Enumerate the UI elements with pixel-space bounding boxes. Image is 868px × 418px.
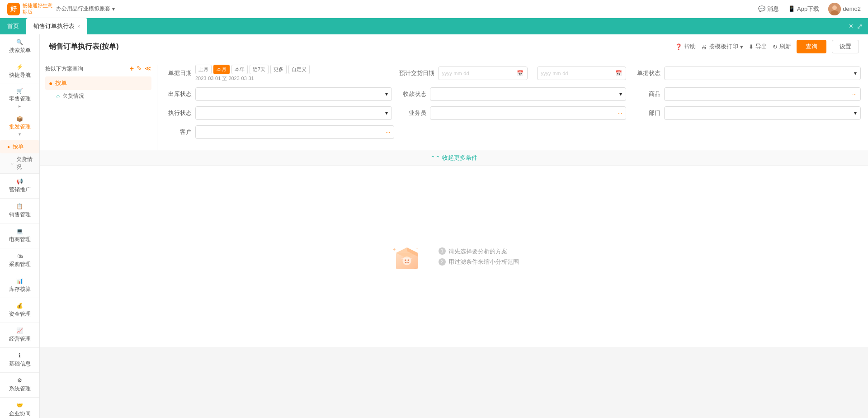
filter-customer-field: 客户 ··· [165,125,394,139]
sidebar-item-wholesale[interactable]: 📦 批发管理 [0,112,39,140]
top-bar-right: 💬 消息 📱 App下载 demo2 [758,3,861,15]
collapse-icon: ⌃⌃ [430,155,440,162]
receipt-select[interactable] [430,87,627,101]
sidebar-item-sales[interactable]: 📋 销售管理 [0,199,39,223]
settings-button[interactable]: 设置 [832,40,859,53]
receipt-chevron-icon [619,91,622,97]
content-body: ✦ ✦ ✦ 1 请先选择要分析的方案 2 用过滤条件来缩小分析范围 [40,166,868,347]
filter-row-1: 单据日期 上月 本月 本年 近7天 更多 自定义 20 [165,65,861,82]
sidebar-item-purchase[interactable]: 🛍 采购管理 [0,248,39,273]
sidebar-item-finance[interactable]: 💰 资金管理 [0,298,39,323]
date-btn-lastmonth[interactable]: 上月 [195,65,212,74]
customer-label: 客户 [165,128,192,136]
date-btn-thisyear[interactable]: 本年 [231,65,248,74]
date-btn-more[interactable]: 更多 [270,65,287,74]
empty-state-inner: ✦ ✦ ✦ 1 请先选择要分析的方案 2 用过滤条件来缩小分析范围 [389,238,519,275]
sidebar-item-corp-collab[interactable]: 🤝 企业协同 [0,398,39,418]
scheme-add-icon[interactable]: + [130,65,134,73]
dept-select[interactable] [664,106,861,120]
empty-illustration: ✦ ✦ ✦ [389,238,425,275]
svg-text:✦: ✦ [414,267,416,270]
scheme-sub-backorder[interactable]: ○ 欠货情况 [45,90,151,102]
ecommerce-icon: 💻 [16,228,23,234]
product-label: 商品 [633,90,660,98]
app-download-action[interactable]: 📱 App下载 [788,5,819,13]
close-window-icon[interactable]: × [849,22,853,30]
filter-product-field: 商品 ··· [633,87,861,101]
inventory-icon: 📊 [16,278,23,284]
sidebar-item-ecommerce[interactable]: 💻 电商管理 [0,223,39,248]
status-chevron-icon [854,70,857,76]
customer-more-icon[interactable]: ··· [386,129,390,135]
sidebar-item-marketing[interactable]: 📢 营销推广 [0,174,39,199]
sidebar-item-retail[interactable]: 🛒 零售管理 [0,84,39,112]
salesperson-select[interactable]: ··· [430,106,627,120]
help-action[interactable]: ❓ 帮助 [675,43,696,51]
product-select[interactable]: ··· [664,87,861,101]
empty-tip-1: 1 请先选择要分析的方案 [439,246,519,256]
date-quick-buttons: 上月 本月 本年 近7天 更多 自定义 [195,65,392,74]
svg-point-7 [402,256,411,265]
filter-salesperson-field: 业务员 ··· [399,106,627,120]
date-btn-thismonth[interactable]: 本月 [213,65,230,74]
breadcrumb[interactable]: 办公用品行业模拟账套 ▾ [56,5,115,13]
sidebar-sub-order[interactable]: ● 按单 [0,140,39,153]
sidebar-sub-backorder[interactable]: ○ 欠货情况 [0,153,39,173]
date-separator: — [529,70,535,77]
exec-select[interactable] [195,106,392,120]
tip-1-number: 1 [439,247,446,255]
date-btn-custom[interactable]: 自定义 [288,65,310,74]
scheme-edit-icon[interactable]: ✎ [137,65,142,73]
refresh-action[interactable]: ↻ 刷新 [773,43,791,51]
maximize-window-icon[interactable]: ⤢ [857,22,863,31]
system-icon: ⚙ [17,377,22,384]
scheme-item-order[interactable]: ● 按单 [45,76,151,90]
filter-scheme-icons: + ✎ ≪ [130,65,151,73]
print-action[interactable]: 🖨 按模板打印 ▾ [701,43,743,51]
corp-collab-icon: 🤝 [16,402,23,408]
wholesale-expand-icon [19,132,21,137]
export-action[interactable]: ⬇ 导出 [749,43,767,51]
salesperson-label: 业务员 [399,109,426,117]
outbound-label: 出库状态 [165,90,192,98]
svg-point-1 [832,5,837,10]
filter-row-4: 客户 ··· [165,125,861,139]
print-icon: 🖨 [701,43,707,50]
sidebar-item-quicknav[interactable]: ⚡ 快捷导航 [0,59,39,84]
outbound-select[interactable] [195,87,392,101]
filter-date-field: 单据日期 上月 本月 本年 近7天 更多 自定义 20 [165,65,392,82]
tab-sales-order[interactable]: 销售订单执行表 × [26,18,87,34]
date-btn-7days[interactable]: 近7天 [250,65,269,74]
tab-close-icon[interactable]: × [77,24,80,29]
scheme-collapse-icon[interactable]: ≪ [145,65,151,73]
customer-select[interactable]: ··· [195,125,394,139]
outbound-chevron-icon [385,91,388,97]
logo-text: 畅捷通好生意 标版 [23,3,52,14]
collapse-more-btn[interactable]: ⌃⌃ 收起更多条件 [40,150,868,166]
empty-state: ✦ ✦ ✦ 1 请先选择要分析的方案 2 用过滤条件来缩小分析范围 [362,211,546,302]
filter-scheme-title: 按以下方案查询 [45,65,83,73]
status-select[interactable] [664,66,861,80]
sidebar-item-search[interactable]: 🔍 搜索菜单 [0,34,39,59]
filter-forecast-date-field: 预计交货日期 yyyy-mm-dd 📅 — yyyy-mm-dd 📅 [399,66,627,80]
sidebar-item-basic-info[interactable]: ℹ 基础信息 [0,348,39,373]
forecast-date-start[interactable]: yyyy-mm-dd 📅 [438,66,528,80]
message-icon: 💬 [758,5,765,12]
query-button[interactable]: 查询 [797,40,826,53]
exec-chevron-icon [385,110,388,116]
wholesale-icon: 📦 [16,116,23,122]
svg-text:✦: ✦ [392,247,396,252]
product-more-icon[interactable]: ··· [852,91,857,97]
forecast-date-end[interactable]: yyyy-mm-dd 📅 [537,66,627,80]
tab-home[interactable]: 首页 [0,18,26,34]
sidebar-item-system[interactable]: ⚙ 系统管理 [0,373,39,398]
scheme-sub-icon: ○ [56,93,60,100]
search-icon: 🔍 [16,39,23,45]
message-action[interactable]: 💬 消息 [758,5,779,13]
salesperson-more-icon[interactable]: ··· [618,110,622,116]
user-action[interactable]: demo2 [828,3,861,15]
sidebar-item-inventory[interactable]: 📊 库存核算 [0,273,39,298]
sidebar-item-operations[interactable]: 📈 经营管理 [0,323,39,348]
filter-scheme-header: 按以下方案查询 + ✎ ≪ [45,65,151,73]
quicknav-icon: ⚡ [16,64,23,70]
